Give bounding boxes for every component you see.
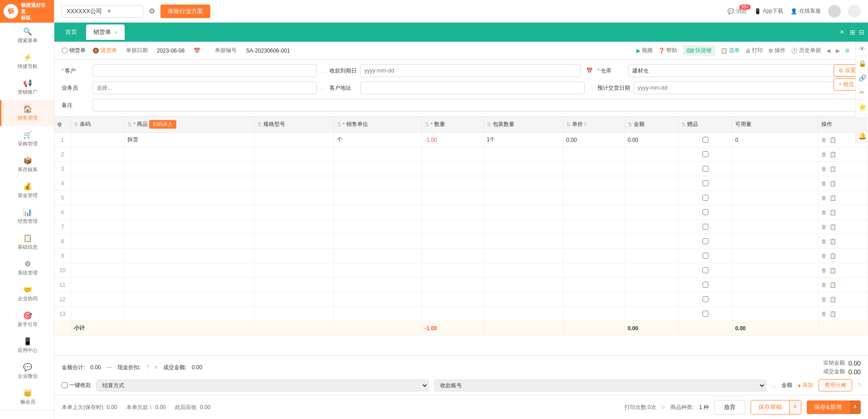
close-all-icon[interactable]: ×	[840, 28, 844, 36]
tab-home[interactable]: 首页	[58, 24, 84, 40]
sidebar-item-guide[interactable]: 🎯 新手引导	[0, 307, 54, 332]
tab-sales-order[interactable]: 销货单 ×	[86, 24, 125, 40]
sidebar-collapse-icon[interactable]: ◀	[34, 416, 47, 419]
salesman-input[interactable]	[92, 82, 317, 94]
copy-icon[interactable]: 📋	[829, 238, 836, 245]
row-1-gift[interactable]	[679, 133, 732, 147]
save-draft-dropdown-icon[interactable]: ∧	[789, 400, 801, 414]
online-service-button[interactable]: 👤 在线客服	[790, 7, 821, 15]
calc-method-select[interactable]: 结算方式	[97, 380, 429, 391]
view-list-icon[interactable]: ≡	[845, 47, 849, 55]
nav-right-icon[interactable]: ▶	[836, 48, 840, 54]
expense-help-icon[interactable]: ?	[858, 382, 861, 389]
delete-icon[interactable]: 🗑	[821, 180, 827, 187]
operate-btn[interactable]: ⚙ 操作	[768, 47, 786, 54]
sidebar-item-search[interactable]: 🔍 搜索菜单	[0, 23, 54, 48]
one-click-payment-checkbox[interactable]	[62, 382, 68, 388]
sidebar-item-enterprise[interactable]: 🤝 企业协同	[0, 281, 54, 307]
delete-icon[interactable]: 🗑	[821, 238, 827, 245]
add-payment-btn[interactable]: ● 添加	[798, 381, 813, 389]
view-toggle2-icon[interactable]: ⊟	[859, 29, 864, 36]
trial-button[interactable]: 体验行业方案	[160, 5, 210, 18]
nav-left-icon[interactable]: ◀	[826, 48, 830, 54]
shortcut-btn[interactable]: ⌨ 快捷键	[683, 45, 715, 56]
row-1-unit[interactable]: 个	[334, 133, 422, 147]
delete-icon[interactable]: 🗑	[821, 224, 827, 230]
remarks-input[interactable]	[92, 99, 861, 111]
th-gear[interactable]: ⚙	[54, 116, 71, 133]
app-download-button[interactable]: 📱 App下载	[754, 7, 783, 15]
sort-unit-icon[interactable]: ⇅	[337, 121, 341, 128]
copy-icon[interactable]: 📋	[829, 195, 836, 201]
view-toggle-icon[interactable]: ⊞	[850, 29, 855, 36]
sidebar-item-basic[interactable]: 📋 基础信息	[0, 229, 54, 255]
sidebar-item-member[interactable]: 👑 畅会员	[0, 384, 54, 410]
copy-icon[interactable]: 📋	[829, 166, 836, 172]
copy-icon[interactable]: 📋	[829, 311, 836, 317]
account-select[interactable]: 收款账号	[434, 380, 766, 391]
row-1-price[interactable]: 0.00	[563, 133, 625, 147]
sort-product-icon[interactable]: ⇅	[127, 121, 132, 128]
radio-sales-order[interactable]: 销货单	[62, 47, 86, 54]
row-1-amount[interactable]: 0.00	[625, 133, 679, 147]
sidebar-item-inventory[interactable]: 📦 库存核算	[0, 152, 54, 178]
price-info-icon[interactable]: ℹ	[584, 121, 586, 127]
sidebar-item-business[interactable]: 📊 经营管理	[0, 203, 54, 229]
print-btn[interactable]: 🖨 打印	[745, 47, 763, 54]
delivery-date-input[interactable]	[634, 82, 849, 94]
delete-icon[interactable]: 🗑	[821, 137, 827, 143]
table-wrapper[interactable]: ⚙ ⇅ 条码 ⇅ * 商品	[54, 116, 868, 355]
delete-icon[interactable]: 🗑	[821, 282, 827, 288]
row-1-product[interactable]: 拆货	[125, 133, 254, 147]
calendar-icon[interactable]: 📅	[194, 48, 200, 54]
select-btn[interactable]: 📋 选单	[721, 47, 740, 54]
tab-close-icon[interactable]: ×	[115, 29, 117, 35]
sort-pkg-icon[interactable]: ⇅	[487, 121, 491, 128]
user-avatar[interactable]	[828, 5, 841, 18]
video-btn[interactable]: ▶ 视频	[636, 47, 653, 54]
account-ellipsis[interactable]: ...	[771, 382, 776, 389]
sort-price-icon[interactable]: ⇅	[566, 121, 571, 128]
expense-split-btn[interactable]: 费用分摊	[819, 379, 852, 391]
right-panel-icon-4[interactable]: ✏	[856, 85, 868, 100]
copy-icon[interactable]: 📋	[829, 224, 836, 230]
sidebar-item-wechat[interactable]: 💬 企业微信	[0, 358, 54, 384]
sidebar-item-capital[interactable]: 💰 资金管理	[0, 178, 54, 203]
sidebar-item-sales[interactable]: 🏠 销售管理	[0, 100, 54, 126]
row-1-pkg-qty[interactable]: 1个	[484, 133, 563, 147]
delete-icon[interactable]: 🗑	[821, 311, 827, 317]
help-btn[interactable]: ❓ 帮助	[658, 47, 677, 54]
sort-amount-icon[interactable]: ⇅	[628, 121, 632, 128]
copy-icon[interactable]: 📋	[829, 296, 836, 303]
row-1-spec[interactable]	[254, 133, 334, 147]
user-avatar2[interactable]	[848, 5, 861, 18]
row-1-qty[interactable]: -1.00	[422, 133, 484, 147]
save-new-button[interactable]: 保存&新增	[807, 400, 849, 414]
message-button[interactable]: 💬 消息 99+	[727, 7, 747, 15]
delete-icon[interactable]: 🗑	[821, 296, 827, 303]
delete-icon[interactable]: 🗑	[821, 151, 827, 158]
delete-icon[interactable]: 🗑	[821, 209, 827, 216]
right-panel-icon-2[interactable]: 🔒	[856, 56, 868, 71]
right-panel-icon-1[interactable]: 👁	[856, 42, 868, 56]
product-types-icon[interactable]: ○	[662, 404, 665, 410]
sort-qty-icon[interactable]: ⇅	[425, 121, 429, 128]
discard-button[interactable]: 放弃	[714, 400, 745, 414]
delete-icon[interactable]: 🗑	[821, 253, 827, 259]
settings-icon[interactable]: ⚙	[149, 7, 155, 15]
sidebar-item-app[interactable]: 📱 应用中心	[0, 332, 54, 358]
copy-icon[interactable]: 📋	[829, 282, 836, 288]
salesman-ellipsis[interactable]: ...	[320, 85, 325, 91]
copy-icon[interactable]: 📋	[829, 267, 836, 274]
customer-input[interactable]	[92, 64, 317, 77]
sort-barcode-icon[interactable]: ⇅	[74, 121, 78, 128]
history-btn[interactable]: 🕐 历史单据	[791, 47, 821, 54]
copy-icon[interactable]: 📋	[829, 253, 836, 259]
copy-icon[interactable]: 📋	[829, 209, 836, 216]
customer-addr-input[interactable]	[360, 82, 585, 94]
save-new-dropdown-icon[interactable]: ∧	[849, 400, 861, 414]
right-panel-icon-3[interactable]: 🔗	[856, 71, 868, 85]
sort-gift-icon[interactable]: ⇅	[681, 121, 686, 128]
delete-icon[interactable]: 🗑	[821, 195, 827, 201]
scan-btn[interactable]: 扫码录入	[149, 120, 176, 129]
